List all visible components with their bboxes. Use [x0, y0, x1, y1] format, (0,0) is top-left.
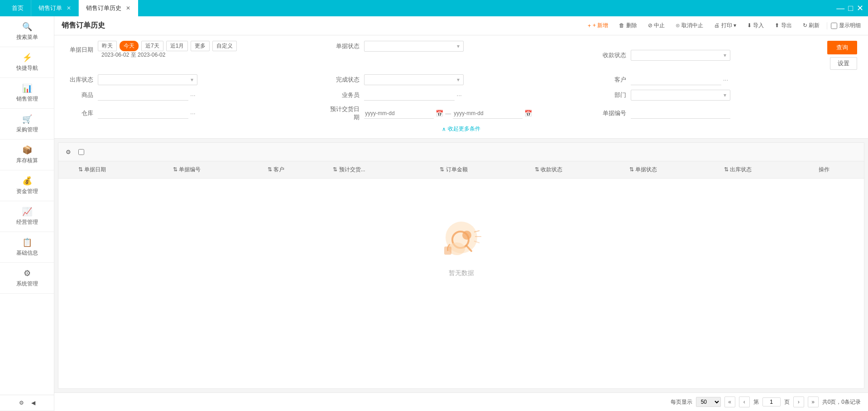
- stock-status-label: 出库状态: [62, 76, 98, 84]
- calendar-start-icon[interactable]: 📅: [436, 110, 443, 117]
- page-size-select[interactable]: 50 10 20 100: [696, 397, 721, 407]
- sidebar-item-sales-mgmt-label: 销售管理: [16, 95, 38, 103]
- minimize-button[interactable]: —: [836, 4, 844, 13]
- cancel-stop-button[interactable]: ⊙ 取消中止: [672, 20, 707, 31]
- date-today[interactable]: 今天: [120, 41, 139, 51]
- department-select[interactable]: ▾: [631, 90, 730, 101]
- th-receipt-status[interactable]: ⇅ 收款状态: [531, 161, 626, 179]
- doc-status-select[interactable]: ▾: [364, 41, 464, 52]
- product-more-icon[interactable]: ···: [190, 92, 196, 99]
- customer-more-icon[interactable]: ···: [723, 76, 729, 83]
- sidebar-collapse-icon[interactable]: ◀: [31, 400, 35, 406]
- purchase-mgmt-icon: 🛒: [22, 114, 32, 124]
- th-operation: 操作: [815, 161, 864, 179]
- date-7days[interactable]: 近7天: [141, 41, 163, 51]
- sidebar-item-sales-mgmt[interactable]: 📊 销售管理: [0, 78, 54, 109]
- filter-doc-date: 单据日期 昨天 今天 近7天 近1月 更多 自定义 2023-06-02 至 2…: [62, 41, 328, 59]
- date-more[interactable]: 更多: [191, 41, 210, 51]
- tab-sales-order-history[interactable]: 销售订单历史 ✕: [79, 0, 138, 16]
- date-1month[interactable]: 近1月: [166, 41, 188, 51]
- print-button[interactable]: 🖨 打印 ▾: [710, 20, 740, 31]
- product-input[interactable]: [98, 90, 188, 101]
- query-button[interactable]: 查询: [827, 41, 857, 54]
- sidebar-item-finance[interactable]: 💰 资金管理: [0, 170, 54, 201]
- data-table: ⇅ 单据日期 ⇅ 单据编号 ⇅ 客户 ⇅ 预计交货... ⇅ 订单金额: [58, 161, 864, 314]
- calendar-end-icon[interactable]: 📅: [524, 110, 532, 117]
- collapse-button[interactable]: ∧ 收起更多条件: [62, 125, 861, 133]
- delete-button[interactable]: 🗑 删除: [615, 20, 640, 31]
- close-button[interactable]: ✕: [857, 3, 863, 13]
- maximize-button[interactable]: □: [848, 4, 853, 13]
- table-gear-button[interactable]: ⚙: [62, 145, 75, 158]
- show-detail-text: 显示明细: [839, 22, 861, 29]
- th-order-amount[interactable]: ⇅ 订单金额: [436, 161, 531, 179]
- date-yesterday[interactable]: 昨天: [98, 41, 117, 51]
- sidebar-item-inventory[interactable]: 📦 库存核算: [0, 140, 54, 170]
- page-label-prefix: 第: [753, 398, 759, 406]
- next-group-button[interactable]: »: [808, 396, 819, 407]
- tab-sales-order-close[interactable]: ✕: [67, 5, 71, 11]
- table-container: ⚙ ⇅ 单据日期 ⇅ 单据编号 ⇅ 客户: [58, 142, 864, 389]
- import-button[interactable]: ⬇ 导入: [743, 20, 767, 31]
- filter-row-2: 出库状态 ▾ 完成状态 ▾ 客户 ···: [62, 74, 861, 85]
- doc-date-control: 昨天 今天 近7天 近1月 更多 自定义 2023-06-02 至 2023-0…: [98, 41, 237, 59]
- doc-status-chevron: ▾: [457, 43, 460, 49]
- cancel-stop-label: ⊙ 取消中止: [676, 22, 703, 29]
- salesperson-more-icon[interactable]: ···: [456, 92, 462, 99]
- tab-sales-order-history-close[interactable]: ✕: [126, 5, 130, 11]
- sidebar-item-basic-info[interactable]: 📋 基础信息: [0, 232, 54, 263]
- prev-group-button[interactable]: «: [724, 396, 735, 407]
- collapse-row: ∧ 收起更多条件: [62, 125, 861, 133]
- th-checkbox: [58, 161, 75, 179]
- sidebar-item-system-mgmt[interactable]: ⚙ 系统管理: [0, 263, 54, 294]
- next-button[interactable]: ›: [793, 396, 804, 407]
- settings-button[interactable]: 设置: [830, 57, 857, 70]
- tab-home[interactable]: 首页: [5, 0, 31, 16]
- doc-date-label: 单据日期: [62, 46, 98, 54]
- collapse-text: 收起更多条件: [448, 125, 480, 133]
- th-doc-date[interactable]: ⇅ 单据日期: [75, 161, 169, 179]
- expected-delivery-end[interactable]: [453, 108, 523, 119]
- tab-sales-order[interactable]: 销售订单 ✕: [31, 0, 79, 16]
- expected-delivery-start[interactable]: [364, 108, 434, 119]
- select-all-checkbox[interactable]: [78, 149, 84, 155]
- stock-status-select[interactable]: ▾: [98, 74, 197, 85]
- doc-number-input[interactable]: [631, 108, 730, 119]
- sidebar-item-search-menu[interactable]: 🔍 搜索菜单: [0, 16, 54, 47]
- refresh-button[interactable]: ↻ 刷新: [799, 20, 823, 31]
- page-label-suffix: 页: [784, 398, 790, 406]
- sidebar-item-purchase-mgmt[interactable]: 🛒 采购管理: [0, 109, 54, 140]
- sidebar-item-operation[interactable]: 📈 经营管理: [0, 201, 54, 232]
- svg-rect-5: [444, 247, 451, 255]
- page-number-input[interactable]: [762, 397, 781, 406]
- th-customer[interactable]: ⇅ 客户: [264, 161, 329, 179]
- show-detail-label: 显示明细: [831, 22, 861, 29]
- prev-button[interactable]: ‹: [739, 396, 750, 407]
- filter-receipt-status-row: 收款状态 ▾ 查询 设置: [595, 41, 861, 70]
- th-doc-status[interactable]: ⇅ 单据状态: [626, 161, 720, 179]
- finance-icon: 💰: [22, 176, 32, 186]
- tab-sales-order-history-label: 销售订单历史: [86, 4, 121, 12]
- completion-status-select[interactable]: ▾: [364, 74, 464, 85]
- empty-illustration: [434, 215, 489, 269]
- date-options: 昨天 今天 近7天 近1月 更多 自定义: [98, 41, 237, 51]
- new-button[interactable]: + + 新增: [584, 20, 612, 31]
- warehouse-label: 仓库: [62, 109, 98, 117]
- receipt-status-select[interactable]: ▾: [631, 50, 730, 61]
- salesperson-input[interactable]: [364, 90, 455, 101]
- sidebar-settings-icon[interactable]: ⚙: [19, 400, 24, 406]
- th-stock-status[interactable]: ⇅ 出库状态: [720, 161, 815, 179]
- th-doc-number[interactable]: ⇅ 单据编号: [169, 161, 264, 179]
- warehouse-input[interactable]: [98, 108, 188, 119]
- show-detail-checkbox[interactable]: [831, 23, 837, 29]
- export-button[interactable]: ⬆ 导出: [771, 20, 795, 31]
- customer-input[interactable]: [631, 75, 721, 85]
- sidebar-item-quick-nav[interactable]: ⚡ 快捷导航: [0, 47, 54, 78]
- new-label: + 新增: [593, 22, 608, 29]
- th-expected-delivery[interactable]: ⇅ 预计交货...: [329, 161, 436, 179]
- warehouse-more-icon[interactable]: ···: [190, 110, 196, 117]
- stop-button[interactable]: ⊘ 中止: [644, 20, 668, 31]
- date-custom[interactable]: 自定义: [212, 41, 237, 51]
- department-chevron: ▾: [724, 92, 726, 98]
- print-label: 🖨 打印 ▾: [714, 22, 736, 29]
